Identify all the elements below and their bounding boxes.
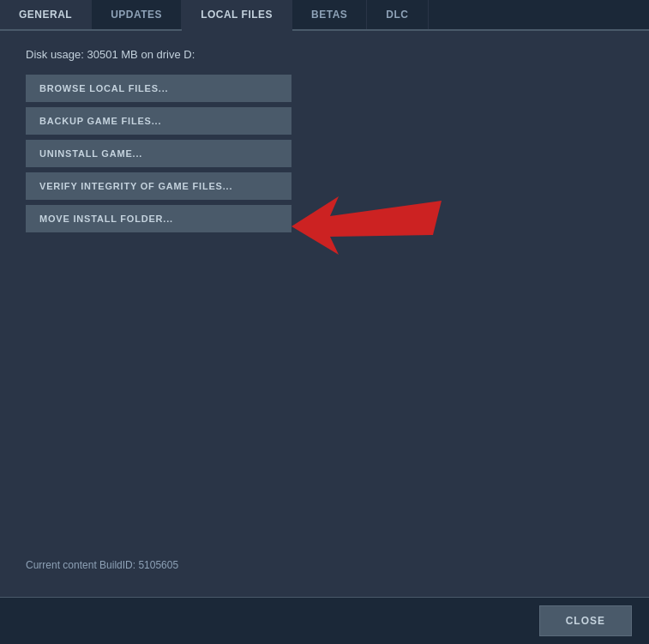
move-install-folder-button[interactable]: MOVE INSTALL FOLDER... xyxy=(26,205,291,232)
disk-usage-label: Disk usage: 30501 MB on drive D: xyxy=(26,48,623,61)
action-buttons-section: BROWSE LOCAL FILES... BACKUP GAME FILES.… xyxy=(26,75,291,232)
arrow-annotation xyxy=(291,192,446,264)
tab-betas[interactable]: BETAS xyxy=(292,0,367,29)
svg-marker-0 xyxy=(291,196,442,255)
steam-properties-window: GENERAL UPDATES LOCAL FILES BETAS DLC Di… xyxy=(0,0,649,644)
close-button[interactable]: CLOSE xyxy=(539,605,632,636)
tab-general[interactable]: GENERAL xyxy=(0,0,92,29)
tab-updates[interactable]: UPDATES xyxy=(92,0,182,29)
browse-local-files-button[interactable]: BROWSE LOCAL FILES... xyxy=(26,75,291,102)
uninstall-game-button[interactable]: UNINSTALL GAME... xyxy=(26,140,291,167)
footer-bar: CLOSE xyxy=(0,597,649,644)
tab-dlc[interactable]: DLC xyxy=(367,0,428,29)
tab-local-files[interactable]: LOCAL FILES xyxy=(182,0,292,31)
tab-bar: GENERAL UPDATES LOCAL FILES BETAS DLC xyxy=(0,0,649,31)
backup-game-files-button[interactable]: BACKUP GAME FILES... xyxy=(26,107,291,135)
build-id-label: Current content BuildID: 5105605 xyxy=(26,559,623,580)
verify-integrity-button[interactable]: VERIFY INTEGRITY OF GAME FILES... xyxy=(26,172,291,200)
content-area: Disk usage: 30501 MB on drive D: BROWSE … xyxy=(0,31,649,597)
